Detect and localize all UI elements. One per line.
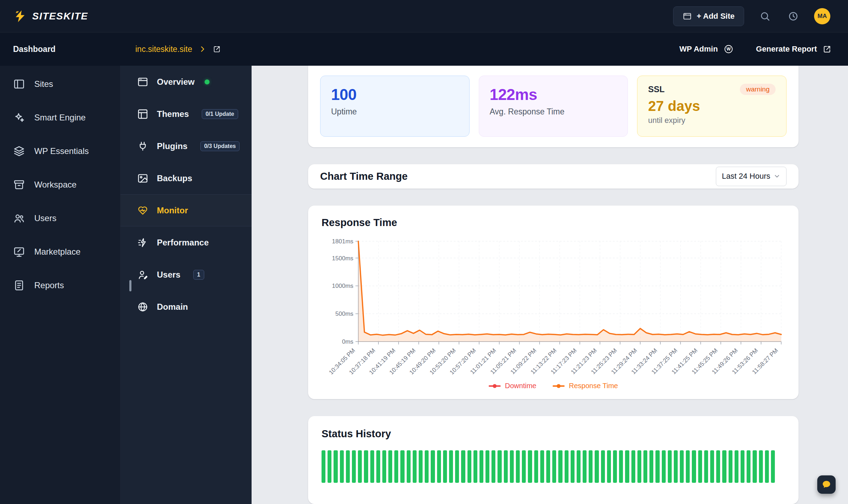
site-menu-item-themes[interactable]: Themes 0/1 Update (120, 98, 252, 130)
status-bar[interactable] (358, 450, 362, 483)
menu-scrollbar-thumb[interactable] (129, 280, 131, 291)
status-bar[interactable] (546, 450, 550, 483)
status-bar[interactable] (662, 450, 666, 483)
status-bar[interactable] (449, 450, 453, 483)
status-bar[interactable] (759, 450, 763, 483)
site-domain-link[interactable]: inc.siteskite.site (135, 45, 192, 54)
site-menu-item-users[interactable]: Users 1 (120, 259, 252, 291)
status-bar[interactable] (322, 450, 325, 483)
open-site-external-icon[interactable] (213, 45, 221, 53)
status-bar[interactable] (613, 450, 617, 483)
status-bar[interactable] (534, 450, 538, 483)
status-bar[interactable] (528, 450, 532, 483)
status-bar[interactable] (643, 450, 647, 483)
chat-fab-button[interactable] (817, 475, 836, 494)
add-site-button[interactable]: + Add Site (673, 6, 744, 26)
status-bar[interactable] (516, 450, 520, 483)
sidebar-item-users[interactable]: Users (0, 201, 120, 235)
status-bar[interactable] (334, 450, 337, 483)
status-bar[interactable] (364, 450, 368, 483)
status-bar[interactable] (649, 450, 653, 483)
status-bar[interactable] (437, 450, 441, 483)
status-bar[interactable] (504, 450, 508, 483)
status-bar[interactable] (485, 450, 489, 483)
sidebar-item-wp-essentials[interactable]: WP Essentials (0, 134, 120, 168)
time-range-select[interactable]: Last 24 Hours (716, 167, 787, 186)
history-button[interactable] (786, 9, 801, 24)
status-bar[interactable] (668, 450, 672, 483)
status-bar[interactable] (479, 450, 483, 483)
site-menu-item-performance[interactable]: Performance (120, 226, 252, 259)
site-menu-item-backups[interactable]: Backups (120, 162, 252, 194)
status-bar[interactable] (522, 450, 526, 483)
sidebar-item-marketplace[interactable]: Marketplace (0, 235, 120, 268)
status-bar[interactable] (765, 450, 769, 483)
status-bar[interactable] (540, 450, 544, 483)
status-bar[interactable] (552, 450, 556, 483)
status-bar[interactable] (455, 450, 459, 483)
status-bar[interactable] (400, 450, 404, 483)
status-bar[interactable] (467, 450, 471, 483)
status-bar[interactable] (443, 450, 447, 483)
avatar[interactable]: MA (814, 8, 830, 24)
status-bar[interactable] (558, 450, 562, 483)
wp-admin-button[interactable]: WP Admin W (679, 44, 734, 54)
status-bar[interactable] (619, 450, 623, 483)
status-bar[interactable] (473, 450, 477, 483)
status-bar[interactable] (589, 450, 593, 483)
status-bar[interactable] (352, 450, 356, 483)
status-bar[interactable] (741, 450, 744, 483)
status-bar[interactable] (625, 450, 629, 483)
status-bar[interactable] (419, 450, 423, 483)
response-time-chart[interactable]: 1801ms1500ms1000ms500ms0ms10:34:05 PM10:… (322, 236, 785, 381)
sidebar-item-sites[interactable]: Sites (0, 67, 120, 101)
status-bar[interactable] (771, 450, 775, 483)
status-bar[interactable] (388, 450, 392, 483)
status-bar[interactable] (716, 450, 720, 483)
status-bar[interactable] (601, 450, 605, 483)
status-bar[interactable] (565, 450, 569, 483)
status-bar[interactable] (571, 450, 575, 483)
status-bar[interactable] (370, 450, 374, 483)
status-bar[interactable] (704, 450, 708, 483)
status-bar[interactable] (431, 450, 435, 483)
status-bar[interactable] (583, 450, 587, 483)
legend-item-response-time[interactable]: Response Time (553, 382, 618, 390)
status-bar[interactable] (413, 450, 417, 483)
status-bar[interactable] (674, 450, 678, 483)
generate-report-button[interactable]: Generate Report (756, 45, 832, 54)
status-bar[interactable] (394, 450, 398, 483)
status-bar[interactable] (680, 450, 684, 483)
status-bar[interactable] (497, 450, 501, 483)
status-bar[interactable] (607, 450, 611, 483)
status-bar[interactable] (753, 450, 756, 483)
sidebar-item-workspace[interactable]: Workspace (0, 168, 120, 201)
status-bar[interactable] (698, 450, 702, 483)
status-bar[interactable] (595, 450, 599, 483)
status-bar[interactable] (735, 450, 738, 483)
status-bar[interactable] (729, 450, 732, 483)
status-bar[interactable] (407, 450, 411, 483)
site-menu-item-plugins[interactable]: Plugins 0/3 Updates (120, 130, 252, 162)
status-bar[interactable] (491, 450, 495, 483)
chevron-right-icon[interactable] (199, 45, 206, 53)
status-bar[interactable] (340, 450, 344, 483)
sidebar-item-reports[interactable]: Reports (0, 268, 120, 302)
status-bar[interactable] (686, 450, 690, 483)
site-menu-item-monitor[interactable]: Monitor (120, 194, 252, 226)
status-bar[interactable] (747, 450, 750, 483)
status-bar[interactable] (655, 450, 659, 483)
status-bar[interactable] (328, 450, 331, 483)
search-button[interactable] (758, 9, 772, 24)
site-menu-item-domain[interactable]: Domain (120, 291, 252, 323)
status-bar[interactable] (577, 450, 581, 483)
sidebar-item-smart-engine[interactable]: Smart Engine (0, 101, 120, 134)
status-bar[interactable] (382, 450, 386, 483)
site-menu-item-overview[interactable]: Overview (120, 66, 252, 98)
status-bar[interactable] (722, 450, 726, 483)
status-bar[interactable] (692, 450, 696, 483)
status-bar[interactable] (637, 450, 641, 483)
status-bar[interactable] (346, 450, 350, 483)
status-bar[interactable] (631, 450, 635, 483)
status-bar[interactable] (510, 450, 514, 483)
